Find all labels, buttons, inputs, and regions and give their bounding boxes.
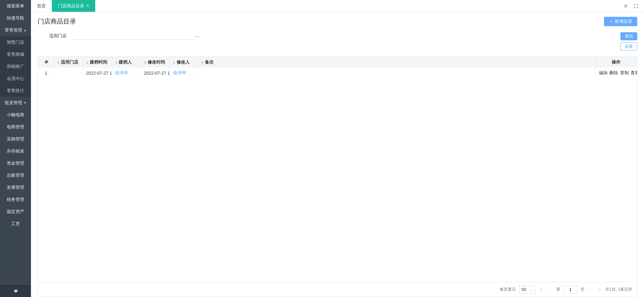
- sidebar-item-0[interactable]: 搜索菜单: [0, 0, 31, 12]
- per-page-select[interactable]: 50 ⌄: [519, 286, 535, 294]
- page-next[interactable]: [588, 288, 593, 291]
- per-page-label: 每页显示: [500, 287, 516, 292]
- tab-catalog-label: 门店商品目录: [58, 3, 84, 9]
- sidebar-item-16[interactable]: 税务管理: [0, 194, 31, 206]
- fullscreen-icon[interactable]: [633, 3, 639, 9]
- cell-modifier: 徐泽华: [170, 68, 198, 78]
- add-catalog-label: 新增目录: [615, 18, 632, 25]
- sidebar-item-label: 零售统计: [7, 88, 24, 94]
- sidebar-item-10[interactable]: 电商管理: [0, 121, 31, 133]
- sort-icon: ▲▼: [57, 61, 60, 64]
- sidebar-item-14[interactable]: 总账管理: [0, 169, 31, 181]
- cell-modify-time: 2022-07-27 11:: [141, 68, 170, 78]
- sidebar-item-8[interactable]: 批发管理▼: [0, 97, 31, 109]
- sidebar-item-label: 批发管理: [5, 100, 22, 106]
- creator-link[interactable]: 徐泽华: [115, 70, 128, 75]
- plus-icon: ＋: [609, 19, 613, 25]
- cell-creator: 徐泽华: [112, 68, 141, 78]
- sidebar-item-label: 电商管理: [7, 124, 24, 130]
- sidebar-item-17[interactable]: 固定资产: [0, 206, 31, 218]
- tab-catalog[interactable]: 门店商品目录 ✕: [52, 0, 95, 12]
- sidebar-item-13[interactable]: 资金管理: [0, 157, 31, 169]
- col-modify-time[interactable]: ▲▼修改时间: [141, 57, 170, 68]
- action-view[interactable]: 查看: [631, 70, 637, 75]
- page-first[interactable]: [539, 288, 544, 292]
- more-icon[interactable]: …: [195, 33, 200, 38]
- gear-icon: [13, 289, 18, 293]
- caret-up-icon: ▲: [24, 29, 27, 32]
- sidebar-item-label: 总账管理: [7, 172, 24, 178]
- col-actions: 操作: [595, 57, 637, 68]
- page-suffix: 页: [580, 287, 584, 292]
- sidebar-item-3[interactable]: 智慧门店: [0, 36, 31, 48]
- sidebar-item-7[interactable]: 零售统计: [0, 85, 31, 97]
- sort-icon: ▲▼: [144, 61, 147, 64]
- sidebar-item-label: 会员中心: [7, 76, 24, 82]
- query-button[interactable]: 查询: [620, 32, 637, 40]
- sidebar-item-6[interactable]: 会员中心: [0, 73, 31, 85]
- col-create-time[interactable]: ▲▼建档时间: [83, 57, 112, 68]
- sidebar-item-label: 资金管理: [7, 160, 24, 166]
- page-prev[interactable]: [547, 288, 553, 291]
- sidebar-item-label: 营销推广: [7, 63, 24, 70]
- cell-create-time: 2022-07-27 11:: [83, 68, 112, 78]
- sidebar-item-18[interactable]: 工资: [0, 218, 31, 230]
- col-remark[interactable]: ▲▼备注: [198, 57, 595, 68]
- sidebar-item-15[interactable]: 发票管理: [0, 181, 31, 194]
- sidebar-item-label: 固定资产: [7, 209, 24, 215]
- sidebar-item-label: 工资: [11, 221, 20, 227]
- cell-store: [54, 68, 83, 78]
- pagination: 每页显示 50 ⌄ 第 页: [38, 282, 637, 297]
- tab-home[interactable]: 首页: [31, 0, 52, 12]
- sidebar-item-label: 采购管理: [7, 136, 24, 142]
- cell-remark: [198, 68, 595, 78]
- sidebar-item-label: 税务管理: [7, 197, 24, 203]
- page-last[interactable]: [597, 288, 602, 292]
- filter-store-input[interactable]: [73, 32, 194, 40]
- sidebar-item-2[interactable]: 零售管理▲: [0, 24, 31, 36]
- sort-icon: ▲▼: [173, 61, 176, 64]
- sidebar-item-label: 搜索菜单: [7, 3, 24, 9]
- table-row[interactable]: 1 2022-07-27 11: 徐泽华 2022-07-27 11: 徐泽华 …: [38, 68, 637, 78]
- close-icon[interactable]: ✕: [86, 4, 89, 8]
- sidebar-settings[interactable]: [0, 285, 31, 297]
- close-all-icon[interactable]: [623, 3, 629, 9]
- settings-button[interactable]: 设置: [620, 42, 637, 50]
- sidebar-item-11[interactable]: 采购管理: [0, 133, 31, 145]
- sidebar-item-label: 智慧门店: [7, 39, 24, 45]
- sidebar-item-12[interactable]: 库存核算: [0, 145, 31, 157]
- col-creator[interactable]: ▲▼建档人: [112, 57, 141, 68]
- action-delete[interactable]: 删除: [609, 70, 618, 75]
- page-input[interactable]: [564, 286, 577, 294]
- action-copy[interactable]: 复制: [620, 70, 629, 75]
- sidebar-item-label: 发票管理: [7, 184, 24, 190]
- sort-icon: ▲▼: [115, 61, 118, 64]
- sort-icon: ▲▼: [201, 61, 204, 64]
- column-settings[interactable]: [38, 57, 54, 68]
- sidebar: 搜索菜单快捷导航零售管理▲智慧门店零售商城营销推广会员中心零售统计批发管理▼小畅…: [0, 0, 31, 297]
- sidebar-item-label: 零售管理: [5, 27, 22, 33]
- sidebar-item-1[interactable]: 快捷导航: [0, 12, 31, 24]
- modifier-link[interactable]: 徐泽华: [173, 70, 186, 75]
- chevron-down-icon: ⌄: [530, 288, 533, 291]
- sort-icon: ▲▼: [86, 61, 89, 64]
- add-catalog-button[interactable]: ＋ 新增目录: [604, 17, 637, 26]
- col-store[interactable]: ▲▼适用门店: [54, 57, 83, 68]
- cell-index: 1: [38, 68, 54, 78]
- col-modifier[interactable]: ▲▼修改人: [170, 57, 198, 68]
- sidebar-item-label: 快捷导航: [7, 15, 24, 21]
- sidebar-item-5[interactable]: 营销推广: [0, 60, 31, 73]
- action-edit[interactable]: 编辑: [599, 70, 608, 75]
- gear-icon: [44, 59, 48, 64]
- catalog-table: ▲▼适用门店 ▲▼建档时间 ▲▼建档人 ▲▼修改时间 ▲▼修改人 ▲▼备注 操作…: [38, 57, 637, 78]
- tab-bar: 首页 门店商品目录 ✕: [31, 0, 644, 12]
- sidebar-item-label: 小畅电商: [7, 112, 24, 118]
- page-summary: 共1页, 1条记录: [605, 287, 632, 292]
- tab-home-label: 首页: [37, 3, 46, 9]
- sidebar-item-label: 零售商城: [7, 51, 24, 57]
- sidebar-item-label: 库存核算: [7, 148, 24, 154]
- page-title: 门店商品目录: [38, 17, 76, 26]
- sidebar-item-9[interactable]: 小畅电商: [0, 109, 31, 121]
- sidebar-item-4[interactable]: 零售商城: [0, 48, 31, 60]
- caret-down-icon: ▼: [24, 101, 27, 104]
